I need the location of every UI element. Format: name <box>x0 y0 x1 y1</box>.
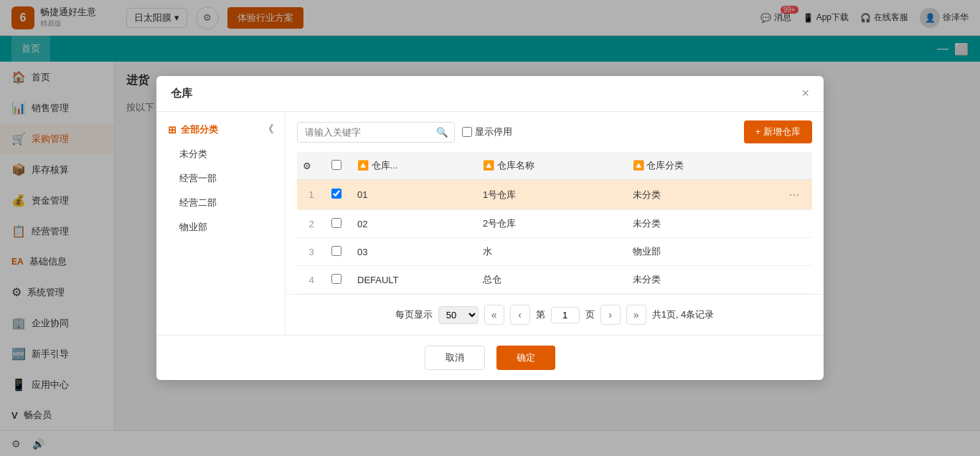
gear-header-icon: ⚙ <box>303 161 311 171</box>
search-box: 🔍 <box>297 122 455 143</box>
show-disabled-label[interactable]: 显示停用 <box>462 125 512 138</box>
row-name: 1号仓库 <box>477 180 626 210</box>
row-code: DEFAULT <box>352 266 477 294</box>
table-row: 3 03 水 物业部 <box>297 238 812 266</box>
category-header[interactable]: ⊞ 全部分类 《 <box>156 118 285 142</box>
row-category: 未分类 <box>627 210 777 238</box>
row-name: 2号仓库 <box>477 210 626 238</box>
row-gear: 4 <box>297 266 326 294</box>
col-name: 🔼 仓库名称 <box>477 152 626 180</box>
select-all-checkbox[interactable] <box>331 160 341 170</box>
cancel-button[interactable]: 取消 <box>425 346 485 370</box>
per-page-label: 每页显示 <box>395 308 433 321</box>
table-row: 4 DEFAULT 总仓 未分类 <box>297 266 812 294</box>
row-name: 总仓 <box>477 266 626 294</box>
row-gear: 1 <box>297 180 326 210</box>
warehouse-dialog: 仓库 × ⊞ 全部分类 《 未分类 经营一部 经营二部 物业部 <box>156 76 824 380</box>
row-code: 03 <box>352 238 477 266</box>
data-panel: 🔍 显示停用 + 新增仓库 ⚙ <box>286 112 824 335</box>
row-checkbox[interactable] <box>331 274 341 284</box>
category-panel: ⊞ 全部分类 《 未分类 经营一部 经营二部 物业部 <box>156 112 286 335</box>
row-code: 02 <box>352 210 477 238</box>
row-actions[interactable] <box>776 266 812 294</box>
row-checkbox-cell <box>326 210 352 238</box>
per-page-select[interactable]: 50 10 20 100 <box>438 306 479 324</box>
col-gear: ⚙ <box>297 152 326 180</box>
page-label: 第 <box>536 308 545 321</box>
col-actions <box>776 152 812 180</box>
row-code: 01 <box>352 180 477 210</box>
dialog-body: ⊞ 全部分类 《 未分类 经营一部 经营二部 物业部 🔍 <box>156 112 824 335</box>
row-actions[interactable]: ··· <box>776 180 812 210</box>
row-name: 水 <box>477 238 626 266</box>
dialog-overlay: 仓库 × ⊞ 全部分类 《 未分类 经营一部 经营二部 物业部 <box>0 0 980 456</box>
table-header-row: ⚙ 🔼 仓库... 🔼 仓库名称 <box>297 152 812 180</box>
row-category: 物业部 <box>627 238 777 266</box>
row-checkbox[interactable] <box>331 189 341 199</box>
row-category: 未分类 <box>627 180 777 210</box>
grid-icon: ⊞ <box>168 124 176 136</box>
col-code: 🔼 仓库... <box>352 152 477 180</box>
col-checkbox <box>326 152 352 180</box>
row-checkbox-cell <box>326 238 352 266</box>
search-input[interactable] <box>298 123 430 142</box>
show-disabled-checkbox[interactable] <box>462 127 472 137</box>
page-last-button[interactable]: » <box>626 305 646 325</box>
cat-item-uncategorized[interactable]: 未分类 <box>156 142 285 166</box>
cat-item-ops2[interactable]: 经营二部 <box>156 191 285 215</box>
table-row: 1 01 1号仓库 未分类 ··· <box>297 180 812 210</box>
page-first-button[interactable]: « <box>484 305 504 325</box>
row-checkbox[interactable] <box>331 246 341 256</box>
table-row: 2 02 2号仓库 未分类 <box>297 210 812 238</box>
row-checkbox-cell <box>326 180 352 210</box>
row-gear: 2 <box>297 210 326 238</box>
row-category: 未分类 <box>627 266 777 294</box>
page-input[interactable] <box>551 307 580 323</box>
dialog-footer: 取消 确定 <box>156 335 824 380</box>
row-gear: 3 <box>297 238 326 266</box>
search-button[interactable]: 🔍 <box>430 123 454 142</box>
data-toolbar: 🔍 显示停用 + 新增仓库 <box>286 112 824 152</box>
row-checkbox[interactable] <box>331 218 341 228</box>
confirm-button[interactable]: 确定 <box>496 346 555 370</box>
dialog-header: 仓库 × <box>156 76 824 112</box>
collapse-icon[interactable]: 《 <box>263 123 273 136</box>
data-table: ⚙ 🔼 仓库... 🔼 仓库名称 <box>286 152 824 294</box>
category-header-label: 全部分类 <box>181 123 218 136</box>
cat-item-ops1[interactable]: 经营一部 <box>156 166 285 191</box>
row-actions[interactable] <box>776 238 812 266</box>
row-checkbox-cell <box>326 266 352 294</box>
add-warehouse-button[interactable]: + 新增仓库 <box>744 120 812 143</box>
cat-item-property[interactable]: 物业部 <box>156 215 285 239</box>
pagination: 每页显示 50 10 20 100 « ‹ 第 页 › » 共1页, 4条记录 <box>286 294 824 335</box>
col-category: 🔼 仓库分类 <box>627 152 777 180</box>
table-body: 1 01 1号仓库 未分类 ··· 2 02 2号仓库 未分类 3 03 水 物… <box>297 180 812 294</box>
warehouse-table: ⚙ 🔼 仓库... 🔼 仓库名称 <box>297 152 812 294</box>
page-next-button[interactable]: › <box>600 305 621 325</box>
page-suffix: 页 <box>585 308 595 321</box>
row-actions[interactable] <box>776 210 812 238</box>
dialog-title: 仓库 <box>171 87 192 100</box>
total-info: 共1页, 4条记录 <box>652 308 715 321</box>
page-prev-button[interactable]: ‹ <box>510 305 530 325</box>
dialog-close-button[interactable]: × <box>801 86 809 101</box>
